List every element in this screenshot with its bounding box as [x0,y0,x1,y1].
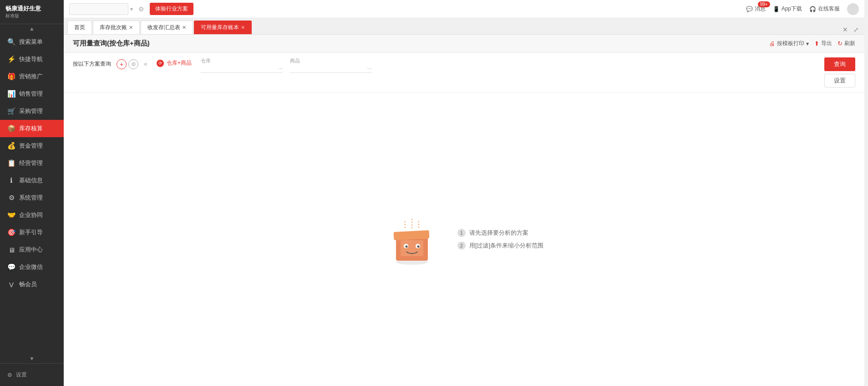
headset-icon: 🎧 [809,6,816,12]
export-icon: ⬆ [814,40,819,47]
sidebar-icon-7: 📋 [7,159,15,167]
add-scheme-button[interactable]: + [117,59,127,69]
topbar: ▾ ⚙ 体验行业方案 💬 消息 99+ 📱 App下载 🎧 在线客服 [64,0,864,18]
sidebar-icon-0: 🔍 [7,38,15,46]
sidebar-item-新手引导[interactable]: 🎯新手引导 [0,224,64,241]
industry-solution-button[interactable]: 体验行业方案 [150,3,193,15]
message-badge: 99+ [758,1,770,7]
tab-batch-account[interactable]: 库存批次账 ✕ [93,21,140,34]
sidebar-icon-6: 💰 [7,142,15,150]
filter-fields: 仓库 ··· 商品 ··· [201,57,819,73]
filter-schemes: ⟳ 仓库+商品 [153,57,195,69]
print-chevron-icon: ▾ [806,41,809,47]
sidebar-item-资金管理[interactable]: 💰资金管理 [0,137,64,154]
tab-batch-account-label: 库存批次账 [100,24,127,31]
sidebar-icon-9: ⚙ [7,194,15,202]
sidebar-icon-10: 🤝 [7,211,15,219]
warehouse-input-row: ··· [201,65,283,73]
customer-service-label: 在线客服 [818,5,840,13]
sidebar-scroll-up[interactable]: ▲ [0,24,64,34]
empty-info: 1 请先选择要分析的方案 2 用[过滤]条件来缩小分析范围 [457,229,543,250]
customer-service-button[interactable]: 🎧 在线客服 [809,5,840,13]
sidebar-item-畅会员[interactable]: V畅会员 [0,276,64,293]
user-avatar[interactable] [847,3,859,15]
sidebar-menu: 🔍搜索菜单⚡快捷导航🎁营销推广📊销售管理🛒采购管理📦库存核算💰资金管理📋经营管理… [0,33,64,354]
export-label: 导出 [821,40,832,47]
tabs-right-actions: ✕ ⤢ [841,25,861,34]
tab-available-stock-close[interactable]: ✕ [241,25,245,31]
topbar-search: ▾ [69,3,133,15]
tab-summary-label: 收发存汇总表 [147,24,180,31]
search-input[interactable] [69,3,128,15]
sidebar-label-1: 快捷导航 [19,55,43,63]
empty-robot-icon [385,212,439,267]
tab-batch-account-close[interactable]: ✕ [129,25,133,31]
scheme-warehouse-product[interactable]: ⟳ 仓库+商品 [153,57,195,69]
scheme-settings-button[interactable]: ⚙ [128,59,138,69]
sidebar-label-0: 搜索菜单 [19,38,43,46]
warehouse-more-icon[interactable]: ··· [278,65,283,72]
collapse-icon[interactable]: « [144,60,147,67]
product-field: 商品 ··· [290,57,372,73]
sidebar-label-12: 应用中心 [19,246,43,254]
tab-close-button[interactable]: ✕ [841,25,850,34]
print-label: 按模板打印 [777,40,804,47]
filter-bar: 按以下方案查询 + ⚙ « ⟳ 仓库+商品 仓库 ··· 商品 [64,53,864,93]
sidebar-label-14: 畅会员 [19,280,37,288]
sidebar-icon-13: 💬 [7,263,15,271]
refresh-label: 刷新 [844,40,855,47]
sidebar-item-基础信息[interactable]: ℹ基础信息 [0,172,64,189]
chevron-down-icon[interactable]: ▾ [130,6,133,12]
sidebar-label-3: 销售管理 [19,90,43,98]
sidebar-item-库存核算[interactable]: 📦库存核算 [0,120,64,137]
tab-available-stock[interactable]: 可用量库存账本 ✕ [194,21,252,34]
tab-bar: 首页 库存批次账 ✕ 收发存汇总表 ✕ 可用量库存账本 ✕ ✕ ⤢ [64,18,864,35]
export-button[interactable]: ⬆ 导出 [814,40,832,47]
right-scrollbar[interactable] [864,0,868,386]
app-download-button[interactable]: 📱 App下载 [773,5,802,13]
page-header: 可用量查询(按仓库+商品) 🖨 按模板打印 ▾ ⬆ 导出 ↻ 刷新 [64,35,864,53]
tab-home[interactable]: 首页 [67,21,92,34]
sidebar-scroll-down[interactable]: ▼ [0,354,64,364]
sidebar-settings[interactable]: ⚙ 设置 [0,367,64,382]
app-download-label: App下载 [782,5,802,13]
sidebar-item-销售管理[interactable]: 📊销售管理 [0,85,64,103]
download-icon: 📱 [773,6,780,12]
sidebar-item-应用中心[interactable]: 🖥应用中心 [0,241,64,258]
refresh-button[interactable]: ↻ 刷新 [838,40,855,47]
warehouse-field: 仓库 ··· [201,57,283,73]
message-button[interactable]: 💬 消息 99+ [746,5,766,13]
sidebar-label-4: 采购管理 [19,107,43,115]
page-header-actions: 🖨 按模板打印 ▾ ⬆ 导出 ↻ 刷新 [769,40,855,47]
tab-available-stock-label: 可用量库存账本 [201,24,239,31]
sidebar-item-经营管理[interactable]: 📋经营管理 [0,154,64,172]
sidebar-label-9: 系统管理 [19,194,43,202]
sidebar-item-系统管理[interactable]: ⚙系统管理 [0,189,64,206]
product-more-icon[interactable]: ··· [367,65,372,72]
sidebar-item-快捷导航[interactable]: ⚡快捷导航 [0,51,64,68]
column-settings-button[interactable]: 设置 [824,74,855,87]
tab-summary[interactable]: 收发存汇总表 ✕ [141,21,193,34]
sidebar-item-企业微信[interactable]: 💬企业微信 [0,258,64,276]
sidebar-icon-8: ℹ [7,176,15,185]
sidebar-icon-4: 🛒 [7,107,15,115]
sidebar-item-企业协同[interactable]: 🤝企业协同 [0,206,64,224]
sidebar-item-营销推广[interactable]: 🎁营销推广 [0,68,64,85]
query-button[interactable]: 查询 [824,57,855,71]
print-button[interactable]: 🖨 按模板打印 ▾ [769,40,809,47]
filter-scheme-actions: + ⚙ [117,59,138,69]
product-input-row: ··· [290,65,372,73]
query-buttons: 查询 设置 [824,57,855,87]
sidebar-item-采购管理[interactable]: 🛒采购管理 [0,103,64,120]
topbar-right: 💬 消息 99+ 📱 App下载 🎧 在线客服 [746,3,859,15]
content-area: 1 请先选择要分析的方案 2 用[过滤]条件来缩小分析范围 [64,93,864,386]
sidebar-icon-11: 🎯 [7,228,15,237]
tab-summary-close[interactable]: ✕ [182,25,186,31]
message-icon: 💬 [746,6,753,12]
tab-expand-button[interactable]: ⤢ [852,25,861,34]
empty-step-1: 1 请先选择要分析的方案 [457,229,543,237]
sidebar-label-10: 企业协同 [19,211,43,219]
topbar-gear-icon[interactable]: ⚙ [137,4,146,15]
sidebar-item-搜索菜单[interactable]: 🔍搜索菜单 [0,33,64,51]
empty-step-2: 2 用[过滤]条件来缩小分析范围 [457,242,543,250]
